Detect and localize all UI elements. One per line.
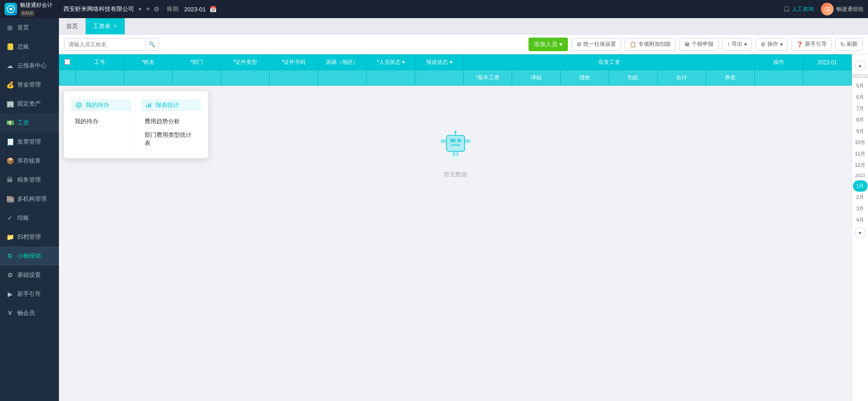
member-icon: V bbox=[6, 309, 14, 317]
operation-button[interactable]: ⚙ 操作 ▾ bbox=[756, 38, 788, 51]
operation-icon: ⚙ bbox=[761, 41, 766, 48]
popup-item-cost-trend[interactable]: 费用趋势分析 bbox=[141, 115, 201, 128]
help-button[interactable]: 🎧 人工咨询 bbox=[783, 5, 814, 13]
sidebar-item-ledger[interactable]: 📒 总账 bbox=[0, 37, 59, 56]
popup-pending-label: 我的待办 bbox=[86, 101, 109, 109]
company-dropdown-arrow[interactable]: ▼ bbox=[138, 7, 142, 12]
sidebar-item-guide[interactable]: ▶ 新手引导 bbox=[0, 285, 59, 304]
month-nav-down[interactable]: ▼ bbox=[855, 227, 866, 238]
sidebar-label-tax: 税务管理 bbox=[17, 176, 41, 184]
social-insurance-button[interactable]: ⚙ 统一社保设置 bbox=[572, 38, 621, 51]
select-all-checkbox[interactable] bbox=[64, 59, 70, 65]
add-person-label: 添加人员 bbox=[534, 40, 558, 48]
search-button[interactable]: 🔍 bbox=[146, 38, 159, 51]
month-3[interactable]: 3月 bbox=[853, 203, 868, 214]
sidebar-item-fixed-assets[interactable]: 🏢 固定资产 bbox=[0, 94, 59, 113]
sidebar-item-inventory[interactable]: 📦 库存核算 bbox=[0, 151, 59, 170]
th-sub-date bbox=[803, 70, 852, 86]
settings-icon[interactable]: ⚙ bbox=[154, 5, 160, 13]
add-person-arrow-icon: ▾ bbox=[559, 41, 563, 48]
sidebar-item-archive[interactable]: 📁 归档管理 bbox=[0, 227, 59, 246]
sidebar-item-tax[interactable]: 🏛 税务管理 bbox=[0, 170, 59, 189]
sidebar-item-fund[interactable]: 💰 资金管理 bbox=[0, 75, 59, 94]
status-filter-icon[interactable]: ▾ bbox=[402, 59, 405, 65]
archive-icon: 📁 bbox=[6, 233, 14, 241]
svg-rect-3 bbox=[457, 139, 461, 142]
th-dept: *部门 bbox=[173, 55, 221, 70]
popup-pending-title[interactable]: 我的待办 bbox=[71, 99, 131, 111]
personal-tax-label: 个税申报 bbox=[692, 40, 713, 48]
sidebar-label-fund: 资金管理 bbox=[17, 81, 41, 89]
search-input[interactable] bbox=[64, 38, 146, 51]
sidebar-item-basic[interactable]: ⚙ 基础设置 bbox=[0, 266, 59, 285]
basic-icon: ⚙ bbox=[6, 271, 14, 279]
export-label: 导出 bbox=[732, 40, 742, 48]
multi-org-icon: 🏬 bbox=[6, 195, 14, 203]
tab-home[interactable]: 首页 bbox=[59, 18, 86, 34]
th-send-status: 报送状态 ▾ bbox=[415, 55, 464, 70]
calendar-icon[interactable]: 📅 bbox=[209, 6, 217, 13]
sidebar-item-invoice[interactable]: 🧾 发票管理 bbox=[0, 132, 59, 151]
sidebar-item-multi-org[interactable]: 🏬 多机构管理 bbox=[0, 189, 59, 208]
sidebar-item-cloud-report[interactable]: ☁ 云报表中心 bbox=[0, 56, 59, 75]
sidebar-label-multi-org: 多机构管理 bbox=[17, 195, 47, 203]
add-person-button[interactable]: 添加人员 ▾ bbox=[529, 38, 568, 51]
send-status-filter-icon[interactable]: ▾ bbox=[450, 59, 452, 65]
empty-illustration bbox=[437, 129, 474, 165]
month-9[interactable]: 9月 bbox=[853, 126, 868, 137]
sidebar-label-settlement: 结账 bbox=[17, 214, 29, 222]
tab-payroll[interactable]: 工资表 ✕ bbox=[86, 18, 125, 34]
tax-deduction-button[interactable]: 📋 专项附加扣除 bbox=[625, 38, 676, 51]
sidebar-item-home[interactable]: ⊞ 首页 bbox=[0, 18, 59, 37]
th-emp-no: 工号 bbox=[76, 55, 124, 70]
month-10[interactable]: 10月 bbox=[853, 137, 868, 148]
month-2[interactable]: 2月 bbox=[853, 192, 868, 203]
svg-rect-4 bbox=[451, 144, 460, 146]
sidebar-item-settlement[interactable]: ✓ 结账 bbox=[0, 208, 59, 227]
popup-item-dept-cost[interactable]: 部门费用类型统计表 bbox=[141, 128, 201, 150]
tax-deduction-label: 专项附加扣除 bbox=[638, 40, 671, 48]
svg-rect-13 bbox=[148, 104, 149, 107]
month-11[interactable]: 11月 bbox=[853, 148, 868, 159]
empty-text: 暂无数据 bbox=[444, 170, 467, 179]
tab-payroll-close[interactable]: ✕ bbox=[113, 23, 117, 29]
month-nav-up[interactable]: ▲ bbox=[855, 60, 866, 71]
svg-rect-1 bbox=[446, 135, 465, 151]
month-5[interactable]: 5月 bbox=[853, 80, 868, 92]
toolbar: 🔍 添加人员 ▾ ⚙ 统一社保设置 📋 专项附加扣除 🏛 个税申报 ↑ 导出 bbox=[59, 34, 868, 54]
add-company-btn[interactable]: + bbox=[146, 5, 150, 13]
svg-point-6 bbox=[450, 156, 461, 159]
export-arrow-icon: ▾ bbox=[744, 41, 747, 48]
month-12[interactable]: 12月 bbox=[853, 159, 868, 171]
month-6[interactable]: 6月 bbox=[853, 92, 868, 103]
refresh-label: 刷新 bbox=[847, 40, 858, 48]
new-guide-button[interactable]: ❓ 新手引导 bbox=[791, 38, 832, 51]
social-insurance-icon: ⚙ bbox=[577, 41, 582, 48]
popup-item-my-pending[interactable]: 我的待办 bbox=[71, 115, 131, 128]
social-insurance-label: 统一社保设置 bbox=[583, 40, 616, 48]
user-area[interactable]: CE 畅捷通组组 bbox=[821, 3, 863, 15]
personal-tax-button[interactable]: 🏛 个税申报 bbox=[679, 38, 718, 51]
sidebar-item-payroll[interactable]: 💵 工资 bbox=[0, 113, 59, 132]
refresh-button[interactable]: ↻ 刷新 bbox=[835, 38, 863, 51]
th-nationality: 国籍（地区） bbox=[318, 55, 367, 70]
top-header: 畅捷通好会计 旗舰版 西安虾米网络科技有限公司 ▼ + ⚙ 账期 2023-01… bbox=[0, 0, 868, 18]
popup-overlay: 我的待办 我的待办 bbox=[63, 91, 209, 159]
month-8[interactable]: 8月 bbox=[853, 114, 868, 126]
sidebar-item-xiaochang[interactable]: G 小畅报销 bbox=[0, 246, 59, 266]
month-1[interactable]: 1月 bbox=[853, 180, 868, 192]
popup-section: 我的待办 我的待办 bbox=[64, 97, 208, 153]
month-4[interactable]: 4月 bbox=[853, 214, 868, 226]
export-icon: ↑ bbox=[727, 41, 730, 48]
company-name[interactable]: 西安虾米网络科技有限公司 bbox=[63, 5, 134, 13]
export-button[interactable]: ↑ 导出 ▾ bbox=[722, 38, 752, 51]
help-label: 人工咨询 bbox=[792, 5, 814, 13]
month-7[interactable]: 7月 bbox=[853, 103, 868, 114]
th-sub-emp-no bbox=[76, 70, 124, 86]
period-label: 账期 bbox=[167, 5, 179, 13]
inventory-icon: 📦 bbox=[6, 157, 14, 164]
th-checkbox[interactable] bbox=[59, 55, 76, 70]
popup-report-title[interactable]: 报表统计 bbox=[141, 99, 201, 111]
sidebar-label-xiaochang: 小畅报销 bbox=[17, 252, 41, 260]
sidebar-item-member[interactable]: V 畅会员 bbox=[0, 304, 59, 323]
